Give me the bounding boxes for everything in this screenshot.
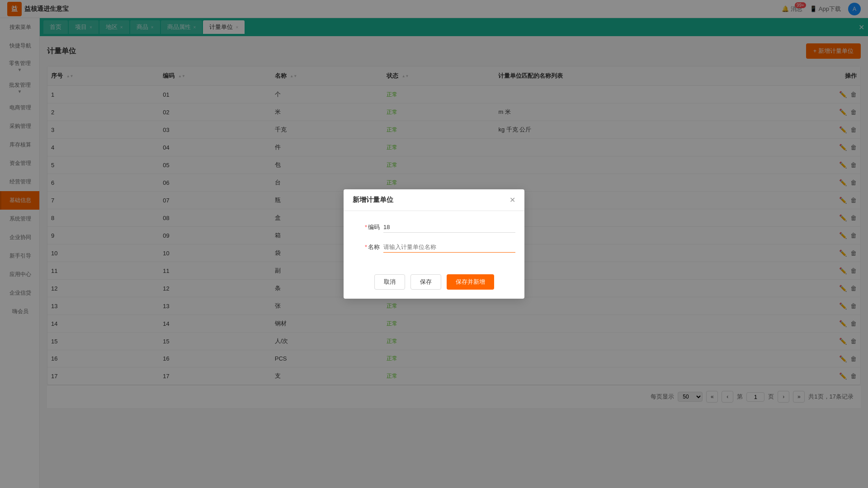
modal-close-button[interactable]: ✕ xyxy=(509,196,515,204)
modal-footer: 取消 保存 保存并新增 xyxy=(344,269,524,299)
name-field-label: *名称 xyxy=(353,243,380,251)
modal-body: *编码 *名称 xyxy=(344,211,524,269)
code-field-label: *编码 xyxy=(353,223,380,231)
name-input[interactable] xyxy=(383,242,515,253)
code-input[interactable] xyxy=(383,222,515,233)
cancel-button[interactable]: 取消 xyxy=(374,274,405,290)
modal-header: 新增计量单位 ✕ xyxy=(344,189,524,211)
modal-title: 新增计量单位 xyxy=(353,196,393,204)
add-unit-modal: 新增计量单位 ✕ *编码 *名称 取消 保存 保存并新增 xyxy=(344,189,524,299)
save-and-new-button[interactable]: 保存并新增 xyxy=(447,274,494,290)
form-row-code: *编码 xyxy=(353,222,515,233)
form-row-name: *名称 xyxy=(353,242,515,253)
save-button[interactable]: 保存 xyxy=(410,274,441,290)
modal-overlay: 新增计量单位 ✕ *编码 *名称 取消 保存 保存并新增 xyxy=(0,0,868,488)
